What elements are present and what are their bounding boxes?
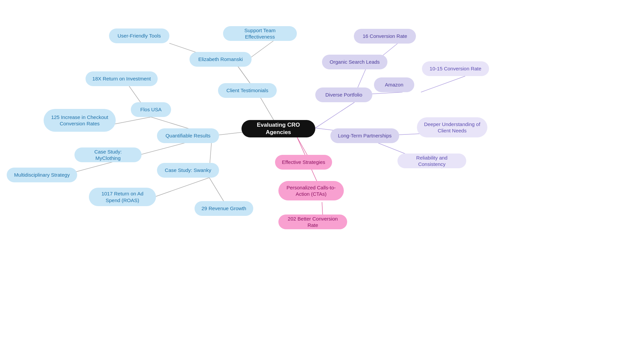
node-personalized-ctas: Personalized Calls-to-Action (CTAs) [278,181,344,200]
node-conversion-rate-1015: 10-15 Conversion Rate [422,61,489,76]
node-quantifiable-results: Quantifiable Results [157,128,219,143]
node-conversion-rate-16: 16 Conversion Rate [354,29,416,44]
node-return-on-ad-spend: 1017 Return on Ad Spend (ROAS) [89,188,156,206]
node-revenue-growth: 29 Revenue Growth [195,201,253,216]
node-client-testimonials: Client Testimonials [218,83,277,98]
svg-line-18 [421,76,465,92]
node-increase-checkout: 125 Increase in Checkout Conversion Rate… [44,109,116,132]
node-multidisciplinary-strategy: Multidisciplinary Strategy [7,168,77,182]
svg-line-14 [315,102,355,128]
node-better-conversion-rate: 202 Better Conversion Rate [278,215,347,229]
node-effective-strategies: Effective Strategies [275,155,332,170]
node-reliability-consistency: Reliability and Consistency [397,154,466,168]
node-deeper-understanding: Deeper Understanding of Client Needs [417,117,487,137]
node-diverse-portfolio: Diverse Portfolio [315,87,372,102]
center-node: Evaluating CRO Agencies [241,120,315,137]
node-long-term-partnerships: Long-Term Partnerships [330,128,399,143]
node-case-study-myclothing: Case Study: MyClothing [74,147,142,162]
node-return-on-investment: 18X Return on Investment [86,71,158,86]
node-user-friendly-tools: User-Friendly Tools [109,28,169,43]
node-amazon: Amazon [374,77,414,92]
node-flos-usa: Flos USA [131,102,171,117]
node-support-team-effectiveness: Support Team Effectiveness [223,26,297,41]
node-organic-search-leads: Organic Search Leads [322,55,387,69]
node-elizabeth-romanski: Elizabeth Romanski [190,52,252,67]
node-case-study-swanky: Case Study: Swanky [157,163,219,178]
